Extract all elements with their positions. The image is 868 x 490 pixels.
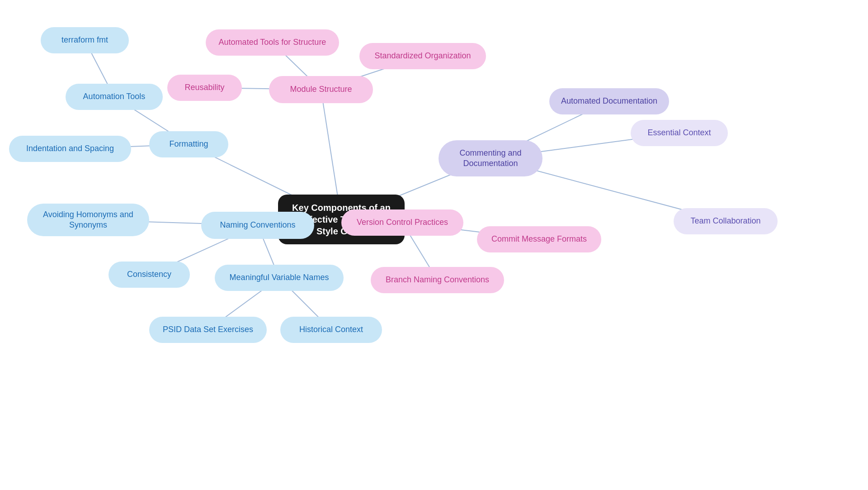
node-version-control: Version Control Practices bbox=[341, 209, 463, 236]
node-standardized-organization: Standardized Organization bbox=[359, 43, 486, 69]
node-automation-tools: Automation Tools bbox=[66, 84, 163, 110]
node-psid-data: PSID Data Set Exercises bbox=[149, 317, 267, 343]
node-essential-context: Essential Context bbox=[631, 120, 728, 146]
node-module-structure: Module Structure bbox=[269, 76, 373, 103]
node-avoiding-homonyms: Avoiding Homonyms and Synonyms bbox=[27, 204, 149, 236]
node-team-collaboration: Team Collaboration bbox=[674, 208, 778, 234]
node-commenting-documentation: Commenting and Documentation bbox=[439, 140, 542, 176]
node-automated-tools-structure: Automated Tools for Structure bbox=[206, 29, 339, 56]
node-automated-documentation: Automated Documentation bbox=[549, 88, 669, 114]
mindmap-container: Key Components of an Effective Terraform… bbox=[0, 0, 868, 490]
node-meaningful-variable: Meaningful Variable Names bbox=[215, 265, 344, 291]
node-reusability: Reusability bbox=[167, 75, 242, 101]
node-historical-context: Historical Context bbox=[280, 317, 382, 343]
node-consistency: Consistency bbox=[108, 262, 190, 288]
node-commit-message: Commit Message Formats bbox=[477, 226, 601, 252]
node-formatting: Formatting bbox=[149, 131, 228, 157]
node-indentation-spacing: Indentation and Spacing bbox=[9, 136, 131, 162]
node-terraform-fmt: terraform fmt bbox=[41, 27, 129, 53]
connections-svg bbox=[0, 0, 868, 490]
node-branch-naming: Branch Naming Conventions bbox=[371, 267, 504, 293]
node-naming-conventions: Naming Conventions bbox=[201, 212, 314, 239]
